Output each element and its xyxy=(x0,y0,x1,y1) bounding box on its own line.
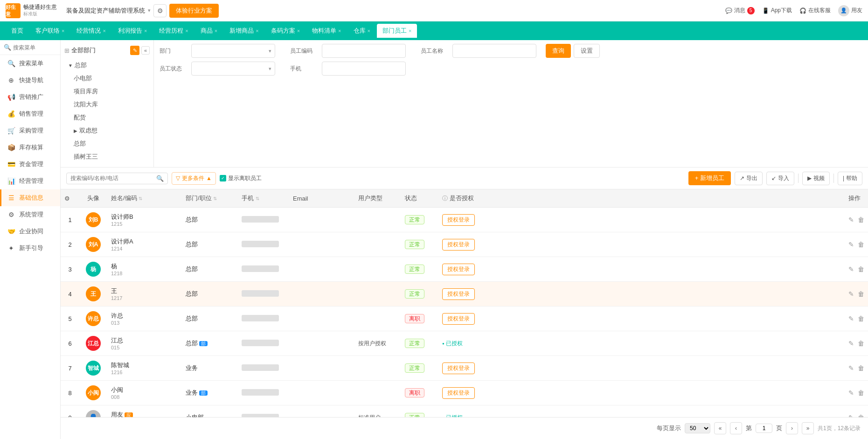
user-item[interactable]: 👤 用友 xyxy=(838,5,862,16)
col-name[interactable]: 姓名/编码 ⇅ xyxy=(107,189,182,208)
phone-input[interactable] xyxy=(322,62,406,76)
edit-button[interactable]: ✎ xyxy=(848,340,854,347)
nav-tab[interactable]: 首页 xyxy=(6,24,29,38)
import-button[interactable]: ↙ 导入 xyxy=(766,172,794,185)
close-tab-icon[interactable]: × xyxy=(297,28,300,34)
sidebar-item-basic[interactable]: ☰基础信息 xyxy=(0,189,60,206)
delete-button[interactable]: 🗑 xyxy=(858,364,864,372)
close-tab-icon[interactable]: × xyxy=(62,28,64,34)
nav-tab[interactable]: 商品× xyxy=(195,24,223,38)
edit-button[interactable]: ✎ xyxy=(848,290,854,298)
sidebar-item-quicknav[interactable]: ⊕快捷导航 xyxy=(0,72,60,89)
dept-tree-item[interactable]: 配货 xyxy=(61,111,153,124)
next-page-button[interactable]: › xyxy=(786,422,798,434)
reset-button[interactable]: 设置 xyxy=(574,44,600,58)
auth-button[interactable]: 授权登录 xyxy=(442,264,475,275)
add-employee-button[interactable]: + 新增员工 xyxy=(688,171,731,185)
sort-dept-icon[interactable]: ⇅ xyxy=(213,196,217,201)
emp-status-select[interactable] xyxy=(191,62,275,76)
nav-tab[interactable]: 利润报告× xyxy=(112,24,153,38)
edit-button[interactable]: ✎ xyxy=(848,414,854,417)
emp-code-input[interactable] xyxy=(322,44,406,58)
sidebar-item-guide[interactable]: ✦新手引导 xyxy=(0,240,60,257)
per-page-select[interactable]: 50 100 xyxy=(685,423,710,433)
dept-tree-item[interactable]: 项目库房 xyxy=(61,85,153,98)
show-leave-checkbox[interactable]: ✓ 显示离职员工 xyxy=(220,174,262,182)
search-input[interactable] xyxy=(70,175,154,181)
chevron-down-icon[interactable]: ▾ xyxy=(148,7,151,14)
edit-button[interactable]: ✎ xyxy=(848,315,854,322)
app-download-item[interactable]: 📱 App下载 xyxy=(762,7,792,14)
col-settings[interactable]: ⚙ xyxy=(61,189,79,208)
delete-button[interactable]: 🗑 xyxy=(858,340,864,347)
query-button[interactable]: 查询 xyxy=(546,44,571,58)
settings-button[interactable]: ⚙ xyxy=(153,4,167,17)
dept-tree-item[interactable]: 沈阳大库 xyxy=(61,98,153,111)
sidebar-item-operation[interactable]: 📊经营管理 xyxy=(0,173,60,189)
dept-tree-item[interactable]: 小电部 xyxy=(61,72,153,85)
dept-collapse-button[interactable]: « xyxy=(141,46,150,55)
nav-tab[interactable]: 部门员工× xyxy=(377,24,417,38)
close-tab-icon[interactable]: × xyxy=(215,28,217,34)
delete-button[interactable]: 🗑 xyxy=(858,389,864,397)
sidebar-item-inventory[interactable]: 📦库存核算 xyxy=(0,139,60,156)
last-page-button[interactable]: » xyxy=(802,422,814,434)
close-tab-icon[interactable]: × xyxy=(409,28,411,34)
search-box[interactable]: 🔍 xyxy=(66,173,168,184)
sidebar-item-collab[interactable]: 🤝企业协同 xyxy=(0,223,60,240)
dept-select[interactable] xyxy=(191,44,275,58)
auth-button[interactable]: 授权登录 xyxy=(442,313,475,325)
edit-button[interactable]: ✎ xyxy=(848,389,854,397)
edit-button[interactable]: ✎ xyxy=(848,216,854,223)
nav-tab[interactable]: 仓库× xyxy=(348,24,376,38)
export-button[interactable]: ↗ 导出 xyxy=(735,172,763,185)
auth-button[interactable]: 授权登录 xyxy=(442,288,475,300)
online-service-item[interactable]: 🎧 在线客服 xyxy=(799,7,831,14)
edit-button[interactable]: ✎ xyxy=(848,241,854,248)
delete-button[interactable]: 🗑 xyxy=(858,414,864,417)
sort-phone-icon[interactable]: ⇅ xyxy=(256,196,259,201)
dept-edit-button[interactable]: ✎ xyxy=(130,46,139,55)
dept-tree-item[interactable]: 插树王三 xyxy=(61,150,153,163)
auth-button[interactable]: 授权登录 xyxy=(442,362,475,374)
message-item[interactable]: 💬 消息 5 xyxy=(725,7,755,14)
delete-button[interactable]: 🗑 xyxy=(858,290,864,298)
nav-tab[interactable]: 物料清单× xyxy=(306,24,347,38)
edit-button[interactable]: ✎ xyxy=(848,265,854,273)
sidebar-item-finance[interactable]: 💳资金管理 xyxy=(0,156,60,173)
close-tab-icon[interactable]: × xyxy=(103,28,105,34)
sidebar-item-sales[interactable]: 💰销售管理 xyxy=(0,105,60,122)
close-tab-icon[interactable]: × xyxy=(185,28,188,34)
auth-button[interactable]: 授权登录 xyxy=(442,387,475,399)
sidebar-item-purchase[interactable]: 🛒采购管理 xyxy=(0,122,60,139)
close-tab-icon[interactable]: × xyxy=(256,28,258,34)
nav-tab[interactable]: 经营情况× xyxy=(71,24,111,38)
nav-tab[interactable]: 新增商品× xyxy=(224,24,264,38)
dept-tree-item[interactable]: ▼ 总部 xyxy=(61,59,153,72)
col-dept[interactable]: 部门/职位 ⇅ xyxy=(182,189,238,208)
dept-tree-item[interactable]: ▶ 双虑想 xyxy=(61,124,153,137)
auth-button[interactable]: 授权登录 xyxy=(442,239,475,251)
sidebar-item-marketing[interactable]: 📢营销推广 xyxy=(0,89,60,105)
auth-button[interactable]: 授权登录 xyxy=(442,214,475,226)
search-icon[interactable]: 🔍 xyxy=(156,175,164,182)
sidebar-item-system[interactable]: ⚙系统管理 xyxy=(0,206,60,223)
delete-button[interactable]: 🗑 xyxy=(858,241,864,248)
first-page-button[interactable]: « xyxy=(714,422,726,434)
trial-button[interactable]: 体验行业方案 xyxy=(169,4,219,18)
delete-button[interactable]: 🗑 xyxy=(858,216,864,223)
nav-tab[interactable]: 客户联络× xyxy=(30,24,70,38)
delete-button[interactable]: 🗑 xyxy=(858,265,864,273)
view-button[interactable]: ▶ 视频 xyxy=(802,172,830,185)
sidebar-search-box[interactable]: 🔍 xyxy=(0,40,60,55)
sort-name-icon[interactable]: ⇅ xyxy=(139,196,142,201)
sidebar-item-search[interactable]: 🔍搜索菜单 xyxy=(0,55,60,72)
col-phone[interactable]: 手机 ⇅ xyxy=(238,189,289,208)
close-tab-icon[interactable]: × xyxy=(144,28,147,34)
nav-tab[interactable]: 条码方案× xyxy=(265,24,306,38)
more-filter-button[interactable]: ▽ 更多条件 ▲ xyxy=(172,172,216,185)
delete-button[interactable]: 🗑 xyxy=(858,315,864,322)
emp-name-input[interactable] xyxy=(452,44,536,58)
dept-tree-item[interactable]: 总部 xyxy=(61,137,153,150)
help-button[interactable]: | 帮助 xyxy=(838,172,862,185)
